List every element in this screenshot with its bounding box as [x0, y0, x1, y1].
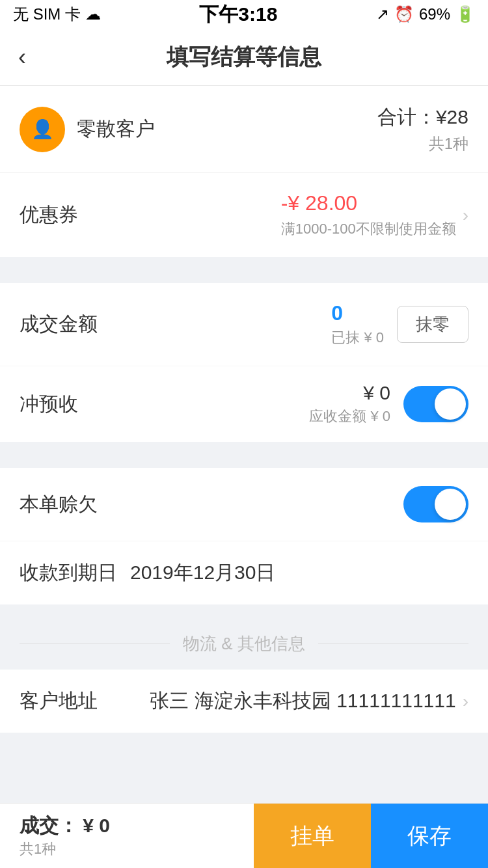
prepay-sub: 应收金额 ¥ 0 [309, 407, 390, 426]
page-title: 填写结算等信息 [167, 42, 321, 72]
coupon-desc: 满1000-100不限制使用金额 [281, 219, 456, 239]
debt-row: 本单赊欠 [0, 468, 488, 541]
prepay-label: 冲预收 [20, 391, 78, 418]
prepay-right: ¥ 0 应收金额 ¥ 0 [309, 382, 468, 426]
bottom-bar: 成交： ¥ 0 共1种 挂单 保存 [0, 803, 488, 868]
debt-section: 本单赊欠 收款到期日 2019年12月30日 [0, 468, 488, 604]
location-icon: ↗ [376, 5, 389, 23]
bottom-count: 共1种 [20, 839, 234, 859]
status-right: ↗ ⏰ 69% 🔋 [376, 5, 475, 23]
customer-name: 零散客户 [77, 116, 155, 142]
divider-1 [0, 270, 488, 283]
round-off-button[interactable]: 抹零 [397, 306, 468, 343]
logistics-label: 物流 & 其他信息 [170, 632, 318, 655]
transaction-value: 0 [331, 301, 384, 325]
prepay-toggle[interactable] [403, 386, 468, 422]
customer-section: 👤 零散客户 合计：¥28 共1种 优惠券 -¥ 28.00 满1000-100… [0, 86, 488, 257]
customer-row: 👤 零散客户 合计：¥28 共1种 [0, 86, 488, 172]
total-amount: 合计：¥28 [377, 104, 468, 131]
battery-label: 69% [419, 5, 450, 23]
status-time: 下午3:18 [199, 1, 277, 28]
address-label: 客户地址 [20, 688, 98, 714]
back-button[interactable]: ‹ [18, 44, 26, 71]
save-button[interactable]: 保存 [371, 804, 488, 869]
status-left: 无 SIM 卡 ☁ [13, 4, 101, 25]
address-row[interactable]: 客户地址 张三 海淀永丰科技园 11111111111 › [0, 670, 488, 733]
coupon-label: 优惠券 [20, 202, 78, 228]
address-right: 张三 海淀永丰科技园 11111111111 › [150, 688, 468, 714]
coupon-right: -¥ 28.00 满1000-100不限制使用金额 › [281, 191, 468, 239]
prepay-amount: ¥ 0 [309, 382, 390, 404]
prepay-amounts: ¥ 0 应收金额 ¥ 0 [309, 382, 390, 426]
transaction-info: 0 已抹 ¥ 0 [331, 301, 384, 347]
deal-amount: ¥ 0 [83, 815, 110, 836]
coupon-info: -¥ 28.00 满1000-100不限制使用金额 [281, 191, 456, 239]
transaction-label: 成交金额 [20, 311, 98, 338]
prepay-row: 冲预收 ¥ 0 应收金额 ¥ 0 [0, 366, 488, 442]
due-date-label: 收款到期日 [20, 560, 117, 586]
battery-icon: 🔋 [455, 5, 475, 23]
due-date-row: 收款到期日 2019年12月30日 [0, 541, 488, 604]
chevron-right-icon: › [463, 205, 468, 226]
transaction-right: 0 已抹 ¥ 0 抹零 [331, 301, 468, 347]
deal-label: 成交： [20, 815, 78, 836]
avatar: 👤 [20, 107, 65, 152]
nav-bar: ‹ 填写结算等信息 [0, 29, 488, 86]
divider-2 [0, 455, 488, 468]
debt-toggle[interactable] [403, 486, 468, 522]
coupon-row[interactable]: 优惠券 -¥ 28.00 满1000-100不限制使用金额 › [0, 172, 488, 257]
coupon-amount: -¥ 28.00 [281, 191, 456, 215]
status-bar: 无 SIM 卡 ☁ 下午3:18 ↗ ⏰ 69% 🔋 [0, 0, 488, 29]
sim-label: 无 SIM 卡 ☁ [13, 4, 101, 25]
transaction-section: 成交金额 0 已抹 ¥ 0 抹零 冲预收 ¥ 0 应收金额 ¥ 0 [0, 283, 488, 442]
due-date-value: 2019年12月30日 [130, 560, 275, 586]
bottom-info: 成交： ¥ 0 共1种 [0, 813, 254, 859]
transaction-row: 成交金额 0 已抹 ¥ 0 抹零 [0, 283, 488, 366]
bottom-deal: 成交： ¥ 0 [20, 813, 234, 839]
customer-left: 👤 零散客户 [20, 107, 155, 152]
address-value: 张三 海淀永丰科技园 11111111111 [150, 688, 455, 714]
transaction-sub: 已抹 ¥ 0 [331, 328, 384, 347]
logistics-section: 物流 & 其他信息 [0, 617, 488, 670]
avatar-icon: 👤 [31, 118, 54, 140]
total-count: 共1种 [377, 133, 468, 154]
toggle-knob [435, 388, 466, 420]
address-section: 客户地址 张三 海淀永丰科技园 11111111111 › [0, 670, 488, 733]
debt-label: 本单赊欠 [20, 491, 98, 518]
debt-toggle-knob [435, 489, 466, 520]
customer-right: 合计：¥28 共1种 [377, 104, 468, 154]
address-chevron-icon: › [463, 691, 468, 712]
pending-button[interactable]: 挂单 [254, 804, 371, 869]
alarm-icon: ⏰ [394, 5, 414, 23]
